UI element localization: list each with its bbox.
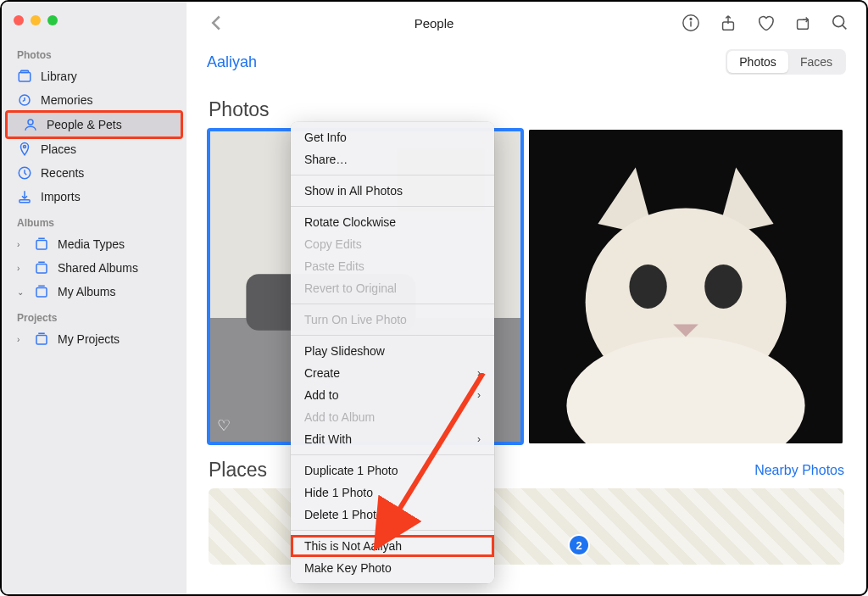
menu-edit-with[interactable]: Edit With› bbox=[291, 428, 494, 450]
sidebar-item-library[interactable]: Library bbox=[2, 64, 186, 88]
svg-rect-7 bbox=[36, 241, 47, 250]
album-icon bbox=[34, 237, 49, 252]
menu-copy-edits: Copy Edits bbox=[291, 233, 494, 255]
recents-icon bbox=[17, 165, 32, 181]
svg-point-3 bbox=[28, 120, 33, 125]
person-name-link[interactable]: Aaliyah bbox=[207, 53, 257, 71]
sidebar-item-label: Imports bbox=[41, 190, 81, 203]
section-title-photos: Photos bbox=[209, 98, 844, 121]
toolbar-title: People bbox=[415, 16, 454, 31]
rotate-button[interactable] bbox=[793, 14, 812, 32]
sidebar-item-label: Shared Albums bbox=[58, 261, 138, 275]
svg-rect-9 bbox=[36, 288, 47, 298]
sidebar-section-projects: Projects bbox=[2, 309, 186, 327]
menu-this-is-not-person[interactable]: This is Not Aaliyah bbox=[291, 535, 494, 557]
sidebar-item-shared-albums[interactable]: › Shared Albums bbox=[2, 256, 186, 280]
context-menu: Get Info Share… Show in All Photos Rotat… bbox=[291, 122, 494, 583]
svg-rect-10 bbox=[36, 336, 47, 345]
menu-delete[interactable]: Delete 1 Photo bbox=[291, 504, 494, 526]
memories-icon bbox=[17, 92, 32, 108]
toolbar: People bbox=[186, 2, 866, 44]
people-icon bbox=[23, 117, 38, 132]
favorite-icon: ♡ bbox=[217, 416, 231, 435]
main-content: People Aaliyah Photos Faces Photos ♡ bbox=[186, 2, 866, 594]
menu-create[interactable]: Create› bbox=[291, 362, 494, 384]
search-button[interactable] bbox=[831, 14, 849, 32]
menu-revert-original: Revert to Original bbox=[291, 277, 494, 299]
album-icon bbox=[34, 260, 49, 276]
chevron-right-icon: › bbox=[17, 264, 25, 273]
nearby-photos-link[interactable]: Nearby Photos bbox=[754, 463, 844, 478]
menu-rotate-clockwise[interactable]: Rotate Clockwise bbox=[291, 211, 494, 233]
places-icon bbox=[17, 142, 32, 157]
zoom-window-button[interactable] bbox=[47, 15, 58, 25]
menu-hide[interactable]: Hide 1 Photo bbox=[291, 482, 494, 504]
close-window-button[interactable] bbox=[14, 15, 24, 25]
menu-make-key-photo[interactable]: Make Key Photo bbox=[291, 557, 494, 579]
info-button[interactable] bbox=[682, 14, 700, 32]
chevron-down-icon: ⌄ bbox=[17, 287, 25, 297]
map-pin[interactable]: 2 bbox=[568, 534, 590, 556]
window-controls bbox=[2, 10, 186, 41]
sidebar-item-label: My Albums bbox=[58, 285, 115, 298]
menu-duplicate[interactable]: Duplicate 1 Photo bbox=[291, 460, 494, 482]
sidebar-item-label: Places bbox=[41, 142, 76, 156]
section-title-places: Places bbox=[209, 459, 267, 482]
menu-turn-on-live-photo: Turn On Live Photo bbox=[291, 309, 494, 331]
sidebar-item-media-types[interactable]: › Media Types bbox=[2, 232, 186, 256]
sidebar-item-memories[interactable]: Memories bbox=[2, 88, 186, 112]
svg-rect-0 bbox=[19, 73, 31, 82]
sidebar-item-label: People & Pets bbox=[47, 118, 122, 131]
svg-point-13 bbox=[690, 19, 692, 20]
imports-icon bbox=[17, 189, 32, 204]
seg-faces[interactable]: Faces bbox=[788, 51, 844, 73]
sidebar-item-label: Media Types bbox=[58, 237, 125, 251]
subheader: Aaliyah Photos Faces bbox=[186, 44, 866, 81]
svg-point-25 bbox=[629, 265, 666, 309]
sidebar-item-imports[interactable]: Imports bbox=[2, 185, 186, 209]
sidebar-item-my-albums[interactable]: ⌄ My Albums bbox=[2, 280, 186, 304]
svg-point-16 bbox=[833, 16, 844, 27]
album-icon bbox=[34, 284, 49, 299]
library-icon bbox=[17, 69, 32, 84]
menu-get-info[interactable]: Get Info bbox=[291, 126, 494, 148]
photo-thumbnail[interactable] bbox=[529, 130, 843, 443]
menu-add-to-album: Add to Album bbox=[291, 406, 494, 428]
chevron-right-icon: › bbox=[17, 335, 25, 344]
view-segmented-control: Photos Faces bbox=[726, 49, 846, 75]
sidebar-item-places[interactable]: Places bbox=[2, 137, 186, 161]
menu-show-in-all-photos[interactable]: Show in All Photos bbox=[291, 180, 494, 202]
sidebar-item-my-projects[interactable]: › My Projects bbox=[2, 327, 186, 351]
chevron-right-icon: › bbox=[477, 367, 481, 379]
minimize-window-button[interactable] bbox=[31, 15, 41, 25]
sidebar-section-photos: Photos bbox=[2, 46, 186, 64]
chevron-right-icon: › bbox=[477, 389, 481, 401]
chevron-right-icon: › bbox=[17, 240, 25, 249]
svg-point-4 bbox=[24, 146, 26, 148]
svg-rect-1 bbox=[21, 70, 29, 72]
sidebar-item-label: Library bbox=[41, 70, 77, 83]
sidebar-item-recents[interactable]: Recents bbox=[2, 161, 186, 185]
sidebar-item-label: My Projects bbox=[58, 332, 120, 346]
sidebar-section-albums: Albums bbox=[2, 214, 186, 232]
sidebar-item-people-pets[interactable]: People & Pets bbox=[8, 113, 181, 136]
menu-play-slideshow[interactable]: Play Slideshow bbox=[291, 340, 494, 362]
sidebar-item-label: Recents bbox=[41, 166, 84, 180]
menu-paste-edits: Paste Edits bbox=[291, 255, 494, 277]
menu-share[interactable]: Share… bbox=[291, 148, 494, 170]
share-button[interactable] bbox=[719, 14, 737, 32]
svg-rect-6 bbox=[19, 200, 30, 203]
album-icon bbox=[34, 331, 49, 347]
chevron-right-icon: › bbox=[477, 433, 481, 445]
seg-photos[interactable]: Photos bbox=[727, 51, 788, 73]
svg-point-26 bbox=[704, 265, 742, 309]
favorite-button[interactable] bbox=[756, 14, 775, 32]
back-button[interactable] bbox=[210, 14, 222, 31]
svg-line-17 bbox=[843, 25, 847, 30]
svg-rect-8 bbox=[36, 265, 47, 274]
menu-add-to[interactable]: Add to› bbox=[291, 384, 494, 406]
sidebar: Photos Library Memories People & Pets Pl… bbox=[2, 2, 186, 594]
sidebar-item-label: Memories bbox=[41, 93, 92, 107]
